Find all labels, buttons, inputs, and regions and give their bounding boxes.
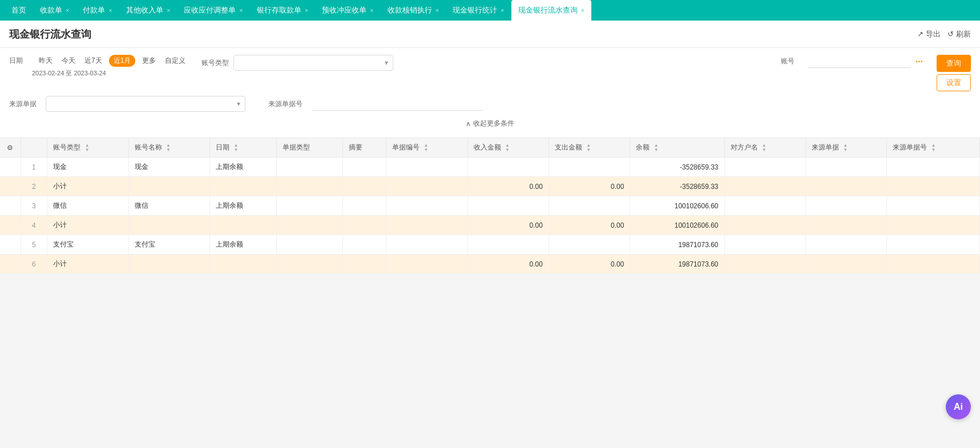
- table-container: ⚙ 账号类型 ▲▼ 账号名称 ▲▼ 日期 ▲▼ 单据类型 摘要 单据编号: [0, 138, 980, 274]
- nav-bank-deposit[interactable]: 银行存取款单 ×: [250, 0, 315, 21]
- close-icon[interactable]: ×: [370, 7, 373, 14]
- column-income[interactable]: 收入金额 ▲▼: [467, 138, 549, 158]
- table-row[interactable]: 2小计0.000.00-3528659.33: [0, 177, 980, 196]
- account-type-select[interactable]: ▾: [233, 55, 393, 71]
- sort-icon: ▲▼: [586, 143, 591, 152]
- filter-area: 日期 昨天 今天 近7天 近1月 更多 自定义 2023-02-24 至 202…: [0, 48, 980, 138]
- query-button[interactable]: 查询: [937, 55, 971, 72]
- sort-icon: ▲▼: [654, 143, 659, 152]
- source-doc-label: 来源单据: [9, 99, 37, 109]
- account-input[interactable]: [808, 55, 911, 68]
- source-doc-select[interactable]: ▾: [46, 96, 245, 112]
- column-balance[interactable]: 余额 ▲▼: [630, 138, 724, 158]
- date-yesterday[interactable]: 昨天: [37, 55, 55, 67]
- date-today[interactable]: 今天: [59, 55, 78, 67]
- table-header-row: ⚙ 账号类型 ▲▼ 账号名称 ▲▼ 日期 ▲▼ 单据类型 摘要 单据编号: [0, 138, 980, 158]
- column-row-num: [21, 138, 47, 158]
- sort-icon: ▲▼: [166, 143, 171, 152]
- date-range: 2023-02-24 至 2023-03-24: [9, 69, 188, 78]
- column-source-doc[interactable]: 来源单据 ▲▼: [805, 138, 886, 158]
- table-row[interactable]: 6小计0.000.0019871073.60: [0, 255, 980, 274]
- date-7days[interactable]: 近7天: [82, 55, 104, 67]
- account-dots-button[interactable]: ···: [916, 56, 923, 67]
- sort-icon: ▲▼: [931, 143, 936, 152]
- close-icon[interactable]: ×: [167, 7, 170, 14]
- chevron-down-icon: ▾: [237, 100, 240, 108]
- date-1month[interactable]: 近1月: [109, 55, 136, 67]
- refresh-icon: ↺: [947, 30, 954, 38]
- date-custom[interactable]: 自定义: [163, 55, 188, 67]
- nav-payment[interactable]: 付款单 ×: [76, 0, 119, 21]
- close-icon[interactable]: ×: [581, 7, 584, 14]
- column-doc-no[interactable]: 单据编号 ▲▼: [386, 138, 467, 158]
- sort-icon: ▲▼: [843, 143, 848, 152]
- column-counterparty[interactable]: 对方户名 ▲▼: [724, 138, 805, 158]
- column-expense[interactable]: 支出金额 ▲▼: [549, 138, 630, 158]
- nav-other-income[interactable]: 其他收入单 ×: [119, 0, 177, 21]
- table-row[interactable]: 3微信微信上期余额100102606.60: [0, 196, 980, 216]
- table-row[interactable]: 1现金现金上期余额-3528659.33: [0, 158, 980, 177]
- sort-icon: ▲▼: [85, 143, 90, 152]
- date-label: 日期: [9, 56, 32, 66]
- table-row[interactable]: 5支付宝支付宝上期余额19871073.60: [0, 235, 980, 255]
- column-account-type[interactable]: 账号类型 ▲▼: [47, 138, 128, 158]
- data-table: ⚙ 账号类型 ▲▼ 账号名称 ▲▼ 日期 ▲▼ 单据类型 摘要 单据编号: [0, 138, 980, 274]
- nav-adjustment[interactable]: 应收应付调整单 ×: [177, 0, 249, 21]
- column-date[interactable]: 日期 ▲▼: [210, 138, 277, 158]
- column-source-doc-no[interactable]: 来源单据号 ▲▼: [887, 138, 980, 158]
- sort-icon: ▲▼: [505, 143, 510, 152]
- export-icon: ↗: [917, 30, 923, 38]
- sort-icon: ▲▼: [424, 143, 429, 152]
- sort-icon: ▲▼: [762, 143, 767, 152]
- page-title: 现金银行流水查询: [9, 27, 91, 41]
- export-button[interactable]: ↗ 导出: [917, 29, 941, 39]
- close-icon[interactable]: ×: [66, 7, 69, 14]
- collapse-icon: ∧: [466, 120, 471, 128]
- chevron-down-icon: ▾: [385, 59, 388, 67]
- nav-cash-flow[interactable]: 现金银行流水查询 ×: [511, 0, 591, 21]
- source-doc-no-label: 来源单据号: [268, 99, 303, 109]
- header-actions: ↗ 导出 ↺ 刷新: [917, 29, 971, 39]
- collapse-bar[interactable]: ∧ 收起更多条件: [9, 116, 971, 131]
- close-icon[interactable]: ×: [501, 7, 504, 14]
- sort-icon: ▲▼: [233, 143, 238, 152]
- column-settings[interactable]: ⚙: [0, 138, 21, 158]
- nav-home[interactable]: 首页: [5, 0, 33, 21]
- refresh-button[interactable]: ↺ 刷新: [947, 29, 971, 39]
- settings-button[interactable]: 设置: [937, 74, 971, 91]
- source-doc-no-input[interactable]: [312, 98, 483, 111]
- date-shortcuts: 昨天 今天 近7天 近1月 更多 自定义: [37, 55, 188, 67]
- close-icon[interactable]: ×: [305, 7, 308, 14]
- column-account-name[interactable]: 账号名称 ▲▼: [128, 138, 209, 158]
- nav-receipt[interactable]: 收款单 ×: [33, 0, 76, 21]
- account-type-label: 账号类型: [201, 58, 229, 68]
- nav-collection[interactable]: 收款核销执行 ×: [381, 0, 446, 21]
- page-header: 现金银行流水查询 ↗ 导出 ↺ 刷新: [0, 21, 980, 48]
- account-label: 账号: [781, 56, 804, 66]
- column-doc-type: 单据类型: [276, 138, 343, 158]
- nav-cash-stats[interactable]: 现金银行统计 ×: [446, 0, 511, 21]
- table-row[interactable]: 4小计0.000.00100102606.60: [0, 216, 980, 235]
- close-icon[interactable]: ×: [435, 7, 439, 14]
- top-nav: 首页 收款单 × 付款单 × 其他收入单 × 应收应付调整单 × 银行存取款单 …: [0, 0, 980, 21]
- nav-prepay[interactable]: 预收冲应收单 ×: [315, 0, 380, 21]
- column-summary: 摘要: [343, 138, 386, 158]
- date-more[interactable]: 更多: [140, 55, 158, 67]
- close-icon[interactable]: ×: [239, 7, 243, 14]
- close-icon[interactable]: ×: [108, 7, 112, 14]
